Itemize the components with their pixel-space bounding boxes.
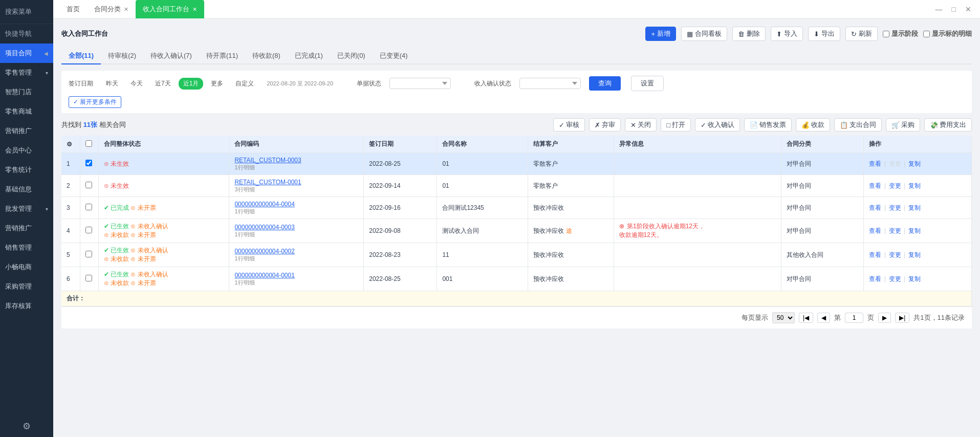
refresh-button[interactable]: ↻ 刷新: [845, 27, 878, 41]
sidebar-item-purchase[interactable]: 采购管理: [0, 277, 53, 296]
sidebar-item-mktmgr[interactable]: 营销推广: [0, 218, 53, 238]
edit-btn[interactable]: 变更: [889, 251, 901, 258]
sidebar-item-stats[interactable]: 零售统计: [0, 160, 53, 180]
open-contract-button[interactable]: □ 打开: [661, 118, 691, 132]
row-checkbox[interactable]: [80, 175, 98, 197]
import-button[interactable]: ⬆ 导入: [771, 27, 803, 41]
sidebar-item-smartshop[interactable]: 智慧门店: [0, 82, 53, 102]
expand-filter-button[interactable]: ✓ 展开更多条件: [69, 96, 121, 108]
fee-out-button[interactable]: 💸 费用支出: [924, 118, 972, 132]
view-btn[interactable]: 查看: [869, 251, 881, 258]
contract-code-link[interactable]: RETAIL_CUSTOM-0001: [234, 179, 301, 186]
add-button[interactable]: + 新增: [645, 27, 676, 41]
status-tab-pending-collect[interactable]: 待收款(8): [245, 48, 288, 64]
copy-btn[interactable]: 复制: [908, 251, 921, 258]
contract-code-link[interactable]: 0000000000004-0002: [234, 248, 294, 255]
view-btn[interactable]: 查看: [869, 182, 881, 189]
status-tab-all[interactable]: 全部(11): [61, 48, 101, 64]
tab-home[interactable]: 首页: [59, 0, 87, 18]
row-checkbox[interactable]: [80, 243, 98, 267]
contract-code-link[interactable]: 0000000000004-0001: [234, 272, 294, 279]
sidebar-item-retailmall[interactable]: 零售商城: [0, 102, 53, 121]
gear-icon[interactable]: ⚙: [23, 421, 31, 432]
page-input[interactable]: [845, 313, 863, 323]
maximize-button[interactable]: □: [949, 4, 959, 14]
first-page-button[interactable]: |◀: [799, 313, 813, 323]
status-tab-changed[interactable]: 已变更(4): [373, 48, 415, 64]
purchase-button[interactable]: 🛒 采购: [886, 118, 920, 132]
row-checkbox[interactable]: [80, 219, 98, 243]
tab-income-close-icon[interactable]: ✕: [192, 0, 197, 18]
view-btn[interactable]: 查看: [869, 227, 881, 234]
view-btn[interactable]: 查看: [869, 204, 881, 211]
status-tab-pending-income[interactable]: 待收入确认(7): [143, 48, 199, 64]
next-page-button[interactable]: ▶: [878, 313, 891, 323]
view-btn[interactable]: 查看: [869, 160, 881, 167]
tab-contract-category[interactable]: 合同分类 ✕: [87, 0, 136, 18]
sidebar-item-member[interactable]: 会员中心: [0, 141, 53, 160]
close-contract-button[interactable]: ✕ 关闭: [625, 118, 657, 132]
sidebar-item-sales[interactable]: 销售管理: [0, 238, 53, 257]
edit-btn[interactable]: 变更: [889, 182, 901, 189]
abandon-review-button[interactable]: ✗ 弃审: [589, 118, 621, 132]
sidebar-quick-nav[interactable]: 快捷导航: [0, 24, 53, 43]
doc-status-select[interactable]: [389, 78, 451, 89]
income-confirm-button[interactable]: ✓ 收入确认: [695, 118, 740, 132]
edit-btn[interactable]: 变更: [889, 227, 901, 234]
tab-contract-close-icon[interactable]: ✕: [124, 0, 128, 18]
row-checkbox[interactable]: [80, 197, 98, 219]
query-button[interactable]: 查询: [589, 76, 621, 91]
sidebar-item-marketing[interactable]: 营销推广: [0, 121, 53, 141]
tab-income-workbench[interactable]: 收入合同工作台 ✕: [136, 0, 204, 18]
invoice-button[interactable]: 📄 销售发票: [744, 118, 792, 132]
sidebar-item-project[interactable]: 项目合同 ◀: [0, 43, 53, 63]
date-btn-last1month[interactable]: 近1月: [179, 78, 204, 90]
select-all-checkbox[interactable]: [85, 140, 92, 147]
date-btn-yesterday[interactable]: 昨天: [101, 78, 123, 90]
prev-page-button[interactable]: ◀: [817, 313, 830, 323]
sidebar-item-inventory[interactable]: 库存核算: [0, 296, 53, 316]
copy-btn[interactable]: 复制: [908, 204, 921, 211]
per-page-select[interactable]: 50: [772, 312, 795, 323]
status-tab-closed[interactable]: 已关闭(0): [330, 48, 373, 64]
row-checkbox[interactable]: [80, 153, 98, 175]
view-btn[interactable]: 查看: [869, 275, 881, 282]
copy-btn[interactable]: 复制: [908, 275, 921, 282]
sidebar-item-base[interactable]: 基础信息: [0, 180, 53, 199]
date-btn-custom[interactable]: 自定义: [231, 78, 258, 90]
status-tab-pending-review[interactable]: 待审核(2): [101, 48, 143, 64]
contract-code-link[interactable]: 0000000000004-0004: [234, 201, 294, 208]
show-detail-checkbox[interactable]: 显示标的明细: [923, 29, 972, 38]
date-btn-last7[interactable]: 近7天: [150, 78, 176, 90]
contract-code-link[interactable]: RETAIL_CUSTOM-0003: [234, 157, 301, 164]
sidebar-item-wholesale[interactable]: 批发管理 ▾: [0, 199, 53, 218]
th-settings[interactable]: ⚙: [61, 136, 80, 153]
last-page-button[interactable]: ▶|: [895, 313, 909, 323]
copy-btn[interactable]: 复制: [908, 182, 921, 189]
status-tab-pending-invoice[interactable]: 待开票(11): [199, 48, 245, 64]
out-contract-button[interactable]: 📋 支出合同: [834, 118, 882, 132]
date-btn-today[interactable]: 今天: [126, 78, 147, 90]
income-status-select[interactable]: [519, 78, 581, 89]
th-checkbox[interactable]: [80, 136, 98, 153]
close-button[interactable]: ✕: [963, 4, 974, 14]
export-button[interactable]: ⬇ 导出: [808, 27, 840, 41]
set-button[interactable]: 设置: [631, 76, 664, 91]
review-button[interactable]: ✓ 审核: [553, 118, 585, 132]
minimize-button[interactable]: —: [933, 4, 945, 14]
copy-btn[interactable]: 复制: [908, 227, 921, 234]
row-checkbox[interactable]: [80, 267, 98, 291]
edit-btn[interactable]: 变更: [889, 204, 901, 211]
collect-button[interactable]: 💰 收款: [796, 118, 830, 132]
status-tab-done[interactable]: 已完成(1): [288, 48, 330, 64]
show-stage-checkbox[interactable]: 显示阶段: [883, 29, 918, 38]
delete-button[interactable]: 🗑 删除: [732, 27, 766, 41]
date-btn-more[interactable]: 更多: [206, 78, 228, 90]
sidebar-item-xiaoechm[interactable]: 小畅电商: [0, 257, 53, 277]
kanban-button[interactable]: ▦ 合同看板: [681, 27, 727, 41]
sidebar-search[interactable]: 搜索菜单: [0, 0, 53, 24]
contract-code-link[interactable]: 0000000000004-0003: [234, 224, 294, 231]
edit-btn[interactable]: 变更: [889, 275, 901, 282]
sidebar-item-retail[interactable]: 零售管理 ▾: [0, 63, 53, 82]
copy-btn[interactable]: 复制: [908, 160, 921, 167]
